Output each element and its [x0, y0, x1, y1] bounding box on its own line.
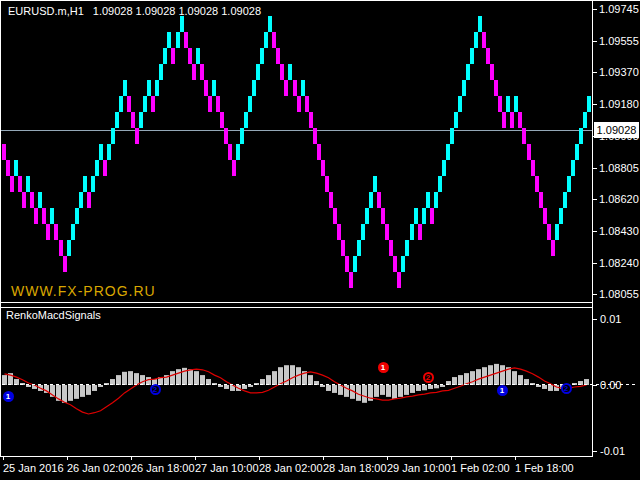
- renko-down-brick: [297, 96, 301, 112]
- renko-up-brick: [466, 64, 470, 80]
- macd-histogram-bar: [74, 385, 79, 399]
- renko-down-brick: [397, 272, 401, 288]
- indicator-scale-tick: [592, 385, 597, 386]
- price-scale-label: 1.09370: [599, 66, 639, 79]
- indicator-scale-label: -0.01: [600, 445, 625, 458]
- renko-up-brick: [414, 208, 418, 224]
- renko-up-brick: [583, 112, 587, 128]
- time-axis-tick: [451, 456, 452, 460]
- renko-down-brick: [317, 144, 321, 160]
- renko-up-brick: [373, 176, 377, 192]
- renko-up-brick: [155, 80, 159, 96]
- indicator-scale-label: 0.01: [600, 313, 621, 326]
- renko-up-brick: [422, 208, 426, 224]
- renko-down-brick: [131, 112, 135, 128]
- indicator-name-label: RenkoMacdSignals: [6, 309, 101, 322]
- renko-down-brick: [224, 128, 228, 144]
- renko-up-brick: [260, 48, 264, 64]
- renko-down-brick: [293, 80, 297, 96]
- renko-up-brick: [256, 64, 260, 80]
- macd-histogram-bar: [374, 385, 379, 397]
- renko-up-brick: [123, 80, 127, 96]
- price-scale-tick: [592, 168, 597, 169]
- price-scale-tick: [592, 263, 597, 264]
- macd-histogram-bar: [428, 385, 433, 389]
- renko-down-brick: [389, 240, 393, 256]
- chart-window: WWW.FX-PROG.RU EURUSD.m,H11.09028 1.0902…: [0, 0, 640, 480]
- renko-down-brick: [204, 80, 208, 96]
- macd-histogram-bar: [224, 385, 229, 389]
- renko-up-brick: [579, 128, 583, 144]
- renko-down-brick: [531, 160, 535, 176]
- renko-up-brick: [567, 176, 571, 192]
- macd-histogram-bar: [80, 385, 85, 397]
- price-scale-label: 1.09745: [599, 3, 639, 16]
- renko-up-brick: [563, 192, 567, 208]
- price-scale-label: 1.08055: [599, 288, 639, 301]
- main-chart-plot-area[interactable]: WWW.FX-PROG.RU EURUSD.m,H11.09028 1.0902…: [1, 1, 592, 302]
- renko-up-brick: [438, 176, 442, 192]
- ohlc-header: EURUSD.m,H11.09028 1.09028 1.09028 1.090…: [8, 5, 261, 18]
- macd-histogram-bar: [470, 371, 475, 385]
- renko-down-brick: [284, 80, 288, 96]
- renko-up-brick: [99, 144, 103, 160]
- price-scale-tick: [592, 294, 597, 295]
- renko-down-brick: [63, 256, 67, 272]
- macd-histogram-bar: [542, 385, 547, 389]
- renko-up-brick: [167, 32, 171, 48]
- time-axis-tick: [195, 456, 196, 460]
- renko-up-brick: [95, 160, 99, 176]
- renko-down-brick: [349, 272, 353, 288]
- renko-up-brick: [159, 64, 163, 80]
- renko-down-brick: [333, 208, 337, 224]
- time-axis[interactable]: 25 Jan 201626 Jan 02:0026 Jan 18:0027 Ja…: [0, 457, 640, 480]
- macd-histogram-bar: [392, 385, 397, 399]
- renko-down-brick: [393, 256, 397, 272]
- renko-up-brick: [139, 112, 143, 128]
- renko-down-brick: [535, 176, 539, 192]
- renko-down-brick: [418, 224, 422, 240]
- renko-down-brick: [171, 48, 175, 64]
- indicator-scale-tick: [592, 451, 597, 452]
- renko-up-brick: [67, 240, 71, 256]
- renko-up-brick: [115, 112, 119, 128]
- renko-up-brick: [14, 160, 18, 176]
- renko-up-brick: [212, 80, 216, 96]
- time-axis-label: 26 Jan 18:00: [131, 462, 195, 475]
- macd-histogram-bar: [194, 371, 199, 385]
- renko-up-brick: [462, 80, 466, 96]
- blue-circled-2-marker: 2: [150, 384, 161, 395]
- macd-histogram-svg: [1, 308, 592, 456]
- price-scale-tick: [592, 199, 597, 200]
- renko-down-brick: [486, 48, 490, 64]
- renko-down-brick: [127, 96, 131, 112]
- renko-down-brick: [34, 208, 38, 224]
- renko-down-brick: [30, 192, 34, 208]
- time-axis-tick: [515, 456, 516, 460]
- zero-level-dashed-line: [2, 384, 636, 385]
- renko-down-brick: [309, 112, 313, 128]
- renko-down-brick: [22, 192, 26, 208]
- macd-histogram-bar: [188, 369, 193, 385]
- macd-histogram-bar: [248, 385, 253, 387]
- renko-down-brick: [494, 80, 498, 96]
- renko-down-brick: [6, 160, 10, 176]
- renko-up-brick: [405, 240, 409, 256]
- renko-up-brick: [442, 160, 446, 176]
- renko-down-brick: [539, 192, 543, 208]
- renko-down-brick: [325, 176, 329, 192]
- renko-down-brick: [522, 128, 526, 144]
- time-axis-label: 1 Feb 18:00: [515, 462, 574, 475]
- renko-up-brick: [514, 96, 518, 112]
- renko-bricks-layer: [1, 1, 592, 302]
- renko-up-brick: [478, 16, 482, 32]
- indicator-plot-area[interactable]: [1, 308, 592, 456]
- renko-down-brick: [551, 240, 555, 256]
- renko-down-brick: [10, 176, 14, 192]
- renko-up-brick: [361, 224, 365, 240]
- renko-up-brick: [555, 224, 559, 240]
- indicator-scale-tick: [592, 319, 597, 320]
- renko-down-brick: [345, 256, 349, 272]
- macd-histogram-bar: [128, 371, 133, 385]
- renko-up-brick: [353, 256, 357, 272]
